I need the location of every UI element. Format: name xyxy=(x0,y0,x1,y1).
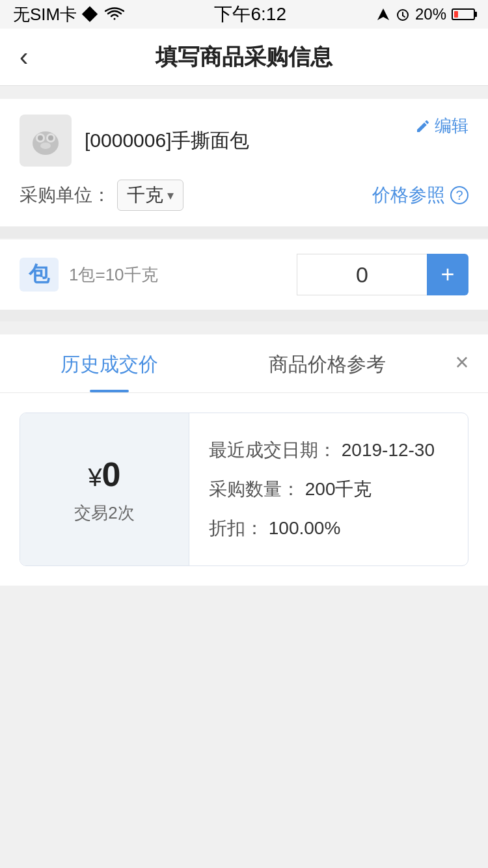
tabs-section: 历史成交价 商品价格参考 × ¥0 交易2次 最近成交日期： 2019-12-3… xyxy=(0,334,488,586)
wifi-icon xyxy=(105,7,124,21)
product-left: [0000006]手撕面包 xyxy=(20,115,249,167)
tab-history-price[interactable]: 历史成交价 xyxy=(0,334,218,392)
unit-value: 千克 xyxy=(127,183,163,208)
section-divider xyxy=(0,226,488,238)
bottom-area xyxy=(0,586,488,868)
location-icon xyxy=(376,7,390,21)
history-card: ¥0 交易2次 最近成交日期： 2019-12-30 采购数量： 200千克 折… xyxy=(20,413,468,566)
price-ref-label: 价格参照 xyxy=(372,183,445,208)
recent-date-value: 2019-12-30 xyxy=(342,440,435,460)
history-price-value: ¥0 xyxy=(88,454,120,495)
product-thumbnail xyxy=(20,115,72,167)
history-price-area: ¥0 交易2次 xyxy=(20,413,189,565)
unit-badge: 包 xyxy=(20,258,59,292)
alarm-icon xyxy=(396,7,410,21)
yen-symbol: ¥ xyxy=(88,464,102,491)
back-button[interactable]: ‹ xyxy=(20,42,28,72)
status-bar: 无SIM卡 ◆ 下午6:12 20% xyxy=(0,0,488,29)
tabs-header: 历史成交价 商品价格参考 × xyxy=(0,334,488,393)
quantity-input[interactable]: 0 xyxy=(297,254,427,295)
recent-date-label: 最近成交日期： xyxy=(209,440,336,460)
page-title: 填写商品采购信息 xyxy=(156,42,332,72)
unit-sub-info: 1包=10千克 xyxy=(69,264,158,286)
recent-date-row: 最近成交日期： 2019-12-30 xyxy=(209,437,448,464)
battery-icon xyxy=(452,8,475,20)
quantity-section: 包 1包=10千克 0 + xyxy=(0,239,488,310)
discount-row: 折扣： 100.00% xyxy=(209,515,448,542)
edit-button[interactable]: 编辑 xyxy=(415,115,468,137)
history-txn-count: 交易2次 xyxy=(74,502,134,524)
svg-point-9 xyxy=(40,142,51,149)
status-carrier: 无SIM卡 ◆ xyxy=(13,3,124,26)
tab-close-button[interactable]: × xyxy=(436,349,488,379)
purchase-qty-row: 采购数量： 200千克 xyxy=(209,476,448,503)
quantity-value: 0 xyxy=(356,262,368,288)
svg-point-7 xyxy=(38,135,43,141)
svg-marker-0 xyxy=(377,8,389,20)
chevron-down-icon: ▾ xyxy=(167,187,174,203)
quantity-row: 包 1包=10千克 0 + xyxy=(20,239,468,310)
product-unit-row: 采购单位： 千克 ▾ 价格参照 ? xyxy=(20,180,468,211)
price-reference-button[interactable]: 价格参照 ? xyxy=(372,183,468,208)
discount-value: 100.00% xyxy=(269,518,341,538)
product-card: [0000006]手撕面包 编辑 采购单位： 千克 ▾ 价格参照 ? xyxy=(0,99,488,226)
unit-selector-area: 采购单位： 千克 ▾ xyxy=(20,180,183,211)
purchase-qty-label: 采购数量： xyxy=(209,479,300,499)
edit-icon xyxy=(415,118,431,134)
battery-percent: 20% xyxy=(415,5,446,23)
section-divider-2 xyxy=(0,310,488,321)
product-logo-icon xyxy=(26,121,65,160)
status-right: 20% xyxy=(376,5,475,23)
svg-point-8 xyxy=(48,135,53,141)
unit-label: 采购单位： xyxy=(20,183,111,208)
quantity-input-area: 0 + xyxy=(297,254,468,295)
product-name: [0000006]手撕面包 xyxy=(85,127,249,154)
unit-info-area: 包 1包=10千克 xyxy=(20,258,158,292)
svg-line-3 xyxy=(403,16,405,17)
status-time: 下午6:12 xyxy=(214,2,286,27)
nav-bar: ‹ 填写商品采购信息 xyxy=(0,29,488,86)
help-icon: ? xyxy=(450,186,468,204)
quantity-plus-button[interactable]: + xyxy=(427,254,468,295)
tab-product-price-ref[interactable]: 商品价格参考 xyxy=(218,334,436,392)
purchase-qty-value: 200千克 xyxy=(305,479,372,499)
close-icon: × xyxy=(455,349,468,376)
history-details: 最近成交日期： 2019-12-30 采购数量： 200千克 折扣： 100.0… xyxy=(189,413,468,565)
carrier-text: 无SIM卡 ◆ xyxy=(13,3,98,26)
product-header: [0000006]手撕面包 编辑 xyxy=(20,115,468,167)
history-content: ¥0 交易2次 最近成交日期： 2019-12-30 采购数量： 200千克 折… xyxy=(0,393,488,586)
discount-label: 折扣： xyxy=(209,518,264,538)
unit-select-dropdown[interactable]: 千克 ▾ xyxy=(117,180,183,211)
